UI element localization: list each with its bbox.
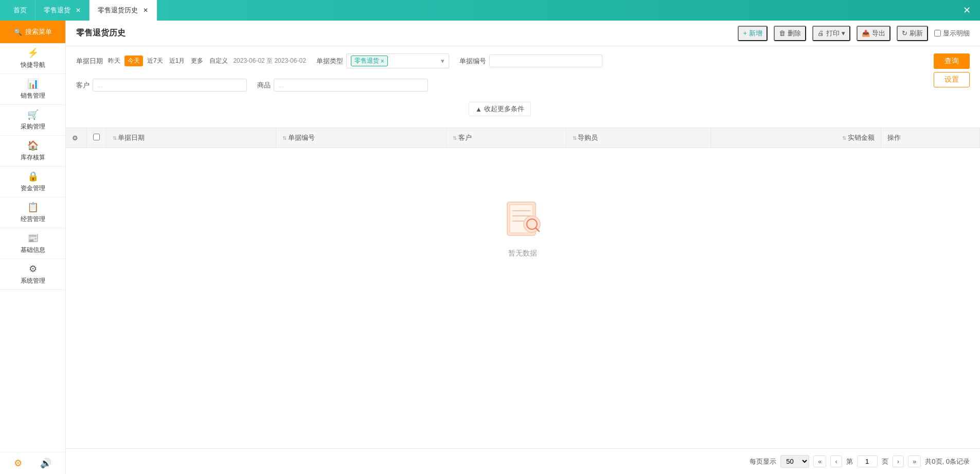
th-amount[interactable]: ⇅ 实销金额 [711,128,881,148]
order-no-input[interactable] [489,54,602,67]
delete-button[interactable]: 🗑 删除 [774,26,806,41]
sidebar-item-inventory-label: 库存核算 [21,153,45,162]
page-size-select[interactable]: 20 50 100 [780,455,809,468]
purchase-icon: 🛒 [27,109,39,120]
sidebar-item-sales-label: 销售管理 [21,92,45,100]
customer-input[interactable] [93,79,247,92]
select-all-checkbox[interactable] [93,134,100,140]
goods-label: 商品 [257,81,271,90]
th-date-label: 单据日期 [118,134,145,141]
sidebar-item-system-mgmt[interactable]: ⚙ 系统管理 [0,259,65,290]
type-select-arrow: ▾ [441,57,444,65]
goods-input[interactable] [274,79,428,92]
th-settings[interactable]: ⚙ [66,128,86,148]
sidebar-item-basic-label: 基础信息 [21,246,45,254]
collapse-btn[interactable]: ▲ 收起更多条件 [469,102,531,116]
date-7days[interactable]: 近7天 [145,56,165,66]
sidebar-item-basic-info[interactable]: 📰 基础信息 [0,228,65,259]
goods-filter: 商品 [257,79,428,92]
tab-home[interactable]: 首页 [5,0,35,21]
header-actions: + 新增 🗑 删除 🖨 打印 ▾ 📤 导出 ↻ 刷 [738,26,970,41]
page-number-input[interactable] [857,455,878,467]
total-info: 共0页, 0条记录 [925,457,970,466]
filter-row-1: 单据日期 昨天 今天 近7天 近1月 更多 自定义 2023-06-02 至 2… [76,53,923,68]
basic-info-icon: 📰 [27,232,39,244]
th-checkbox [86,128,106,148]
filter-area: 单据日期 昨天 今天 近7天 近1月 更多 自定义 2023-06-02 至 2… [66,46,980,128]
th-customer[interactable]: ⇅ 客户 [446,128,566,148]
filter-row-2: 客户 商品 [76,79,923,92]
sidebar-item-finance-label: 资金管理 [21,184,45,193]
th-action-label: 操作 [887,134,901,141]
page-go-label: 第 [846,457,853,466]
th-order-no[interactable]: ⇅ 单据编号 [276,128,447,148]
collapse-label: 收起更多条件 [484,104,524,114]
print-label: 打印 [826,29,840,38]
print-arrow-icon: ▾ [842,29,845,37]
quick-nav-icon: ⚡ [27,47,39,59]
date-today[interactable]: 今天 [124,56,143,66]
sidebar-item-sales-mgmt[interactable]: 📊 销售管理 [0,74,65,105]
window-close-btn[interactable]: ✕ [959,5,975,16]
sidebar-item-ops-label: 经营管理 [21,215,45,224]
date-more[interactable]: 更多 [189,56,205,66]
export-button[interactable]: 📤 导出 [857,26,890,41]
th-date[interactable]: ⇅ 单据日期 [106,128,276,148]
sidebar-search[interactable]: 🔍 搜索菜单 [0,21,65,43]
date-1month[interactable]: 近1月 [167,56,187,66]
volume-icon[interactable]: 🔊 [40,458,51,469]
prev-page-btn[interactable]: ‹ [830,455,842,467]
tab-retail-return-history[interactable]: 零售退货历史 ✕ [90,0,157,21]
tab-retail-return-history-close[interactable]: ✕ [143,7,148,14]
sidebar-item-quick-nav[interactable]: ⚡ 快捷导航 [0,43,65,74]
customer-filter: 客户 [76,79,247,92]
th-guide[interactable]: ⇅ 导购员 [566,128,711,148]
last-page-btn[interactable]: » [908,455,921,467]
sales-icon: 📊 [27,78,39,89]
type-tag: 零售退货 × [351,56,388,66]
column-settings-icon[interactable]: ⚙ [72,134,78,142]
tab-retail-return-label: 零售退货 [44,6,70,15]
print-button[interactable]: 🖨 打印 ▾ [812,26,850,41]
date-filter-btns: 昨天 今天 近7天 近1月 更多 自定义 [106,56,230,66]
new-button[interactable]: + 新增 [738,26,768,41]
query-settings: 查询 设置 [934,53,970,87]
settings-gear-icon[interactable]: ⚙ [14,458,22,469]
next-page-btn[interactable]: › [893,455,904,467]
data-table: ⚙ ⇅ 单据日期 ⇅ 单据编号 [66,128,980,299]
type-tag-remove[interactable]: × [381,58,384,65]
filter-settings-button[interactable]: 设置 [934,72,970,87]
date-yesterday[interactable]: 昨天 [106,56,122,66]
order-no-filter: 单据编号 [459,54,602,67]
sidebar-search-label: 搜索菜单 [25,27,52,37]
tab-retail-return-close[interactable]: ✕ [76,7,81,14]
date-custom[interactable]: 自定义 [207,56,230,66]
empty-state-illustration [497,189,548,241]
refresh-icon: ↻ [902,29,907,37]
empty-text: 暂无数据 [508,249,537,258]
query-button[interactable]: 查询 [934,53,970,69]
sidebar-item-ops-mgmt[interactable]: 📋 经营管理 [0,197,65,228]
top-bar: 首页 零售退货 ✕ 零售退货历史 ✕ ✕ [0,0,980,21]
top-bar-right: ✕ [959,5,975,16]
sidebar-bottom: ⚙ 🔊 [0,452,65,474]
table-container: ⚙ ⇅ 单据日期 ⇅ 单据编号 [66,128,980,448]
delete-icon: 🗑 [779,29,786,37]
refresh-button[interactable]: ↻ 刷新 [897,26,928,41]
finance-icon: 🔒 [27,171,39,182]
type-filter-label: 单据类型 [316,57,343,66]
delete-label: 删除 [788,29,801,38]
th-action: 操作 [881,128,979,148]
th-order-no-sort-icon: ⇅ [282,135,288,141]
tab-retail-return[interactable]: 零售退货 ✕ [35,0,90,21]
sidebar-item-purchase-mgmt[interactable]: 🛒 采购管理 [0,105,65,136]
tab-home-label: 首页 [13,6,27,15]
show-detail-checkbox[interactable] [934,30,941,37]
th-date-sort-icon: ⇅ [113,135,118,141]
page-title: 零售退货历史 [76,28,126,39]
first-page-btn[interactable]: « [813,455,826,467]
type-select[interactable]: 零售退货 × ▾ [346,53,449,68]
sidebar-item-finance-mgmt[interactable]: 🔒 资金管理 [0,167,65,197]
th-customer-sort-icon: ⇅ [453,135,458,141]
sidebar-item-inventory[interactable]: 🏠 库存核算 [0,136,65,167]
